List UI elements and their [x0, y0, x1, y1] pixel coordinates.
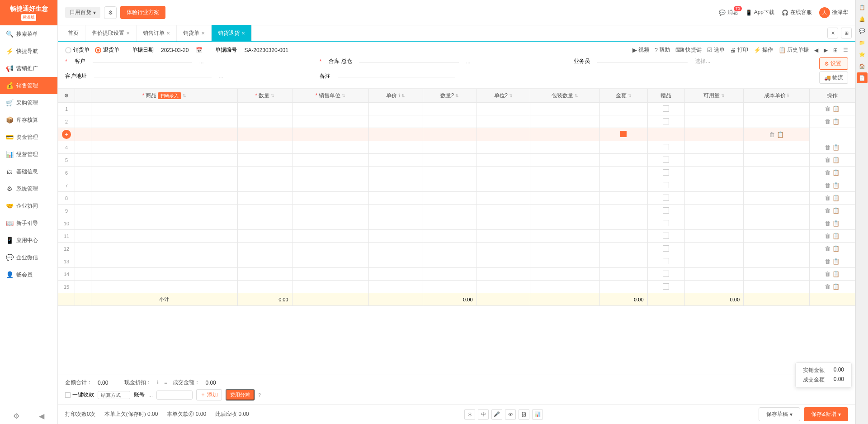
- cell-cost[interactable]: [744, 103, 810, 115]
- sort-icon[interactable]: ⇅: [183, 94, 186, 98]
- copy-icon[interactable]: 📋: [777, 131, 784, 138]
- toolbar-operate[interactable]: ⚡ 操作: [754, 46, 773, 54]
- settings-button[interactable]: ⚙ 设置: [819, 57, 848, 70]
- cell-price[interactable]: [369, 115, 423, 128]
- cell-unit[interactable]: [237, 128, 292, 141]
- sidebar-item-appstore[interactable]: 📱 应用中心: [0, 232, 57, 249]
- payment-amount-input[interactable]: [156, 391, 193, 400]
- copy-icon[interactable]: 📋: [832, 157, 840, 163]
- address-dots[interactable]: ...: [219, 73, 223, 80]
- gift-checkbox[interactable]: [663, 283, 669, 290]
- cell-available[interactable]: [685, 103, 744, 115]
- rs-item-7[interactable]: 📄: [857, 72, 868, 83]
- tab-price-settings[interactable]: 售价提取设置 ✕: [85, 25, 137, 41]
- copy-icon[interactable]: 📋: [832, 144, 840, 151]
- cell-pack-qty[interactable]: [530, 103, 600, 115]
- cell-product[interactable]: [91, 103, 238, 115]
- delete-icon[interactable]: 🗑: [825, 105, 830, 112]
- sidebar-item-enterprise[interactable]: 🤝 企业协同: [0, 197, 57, 214]
- cell-gift[interactable]: [647, 103, 685, 115]
- rs-item-5[interactable]: ⭐: [857, 49, 868, 60]
- toolbar-select[interactable]: ☑ 选单: [707, 46, 725, 54]
- online-service-item[interactable]: 🎧 在线客服: [782, 9, 812, 16]
- rs-item-6[interactable]: 🏠: [857, 61, 868, 71]
- delete-icon[interactable]: 🗑: [825, 207, 830, 214]
- tab-close-icon[interactable]: ✕: [201, 31, 205, 36]
- copy-icon[interactable]: 📋: [832, 283, 840, 290]
- fee-split-button[interactable]: 费用分摊: [226, 389, 255, 400]
- sidebar-item-guide[interactable]: 📖 新手引导: [0, 214, 57, 232]
- warehouse-input[interactable]: [359, 60, 459, 62]
- cell-cost[interactable]: [685, 128, 744, 141]
- sidebar-item-system[interactable]: ⚙ 系统管理: [0, 180, 57, 197]
- calendar-icon[interactable]: 📅: [196, 47, 203, 53]
- copy-icon[interactable]: 📋: [832, 195, 840, 201]
- cell-pack-qty[interactable]: [530, 115, 600, 128]
- radio-sales-invoice[interactable]: 销货单: [65, 46, 90, 54]
- toolbar-next[interactable]: ▶: [824, 47, 828, 53]
- cell-qty2[interactable]: [423, 103, 476, 115]
- copy-icon[interactable]: 📋: [832, 233, 840, 239]
- toolbar-shortcut[interactable]: ⌨ 快捷键: [675, 46, 702, 54]
- toolbar-grid-view[interactable]: ⊞: [833, 47, 838, 53]
- delete-icon[interactable]: 🗑: [825, 169, 830, 176]
- sort-icon[interactable]: ⇅: [628, 94, 632, 98]
- sidebar-item-inventory[interactable]: 📦 库存核算: [0, 111, 57, 129]
- sidebar-item-purchase[interactable]: 🛒 采购管理: [0, 94, 57, 111]
- cell-available[interactable]: [647, 128, 685, 141]
- gift-checkbox[interactable]: [663, 195, 669, 201]
- cell-qty[interactable]: [237, 103, 292, 115]
- salesperson-dots[interactable]: 选择...: [695, 57, 710, 65]
- rs-item-3[interactable]: 💬: [857, 25, 868, 36]
- gift-checkbox[interactable]: [663, 118, 669, 124]
- calc-method-select[interactable]: 结算方式: [98, 391, 130, 399]
- delete-icon[interactable]: 🗑: [825, 245, 830, 252]
- collapse-icon[interactable]: ◀: [39, 412, 44, 420]
- cell-unit2[interactable]: [423, 128, 476, 141]
- toolbar-history[interactable]: 📋 历史单据: [778, 46, 809, 54]
- copy-icon[interactable]: 📋: [832, 169, 840, 176]
- sort-icon[interactable]: ⇅: [401, 94, 405, 98]
- warehouse-dots[interactable]: ...: [466, 58, 471, 65]
- sidebar-item-operations[interactable]: 📊 经营管理: [0, 146, 57, 163]
- toolbar-help[interactable]: ? 帮助: [655, 46, 670, 54]
- rs-item-1[interactable]: 📋: [857, 2, 868, 13]
- copy-icon[interactable]: 📋: [832, 220, 840, 227]
- footer-icon-mic[interactable]: 🎤: [491, 409, 502, 420]
- remark-input[interactable]: [338, 75, 455, 77]
- tab-close-icon[interactable]: ✕: [241, 31, 245, 36]
- settings-icon-btn[interactable]: ⚙: [104, 6, 117, 19]
- tab-close-all-btn[interactable]: ✕: [827, 28, 838, 38]
- save-draft-button[interactable]: 保存草稿 ▾: [759, 407, 800, 421]
- cell-gift[interactable]: [600, 128, 647, 141]
- tab-close-icon[interactable]: ✕: [126, 31, 130, 36]
- tab-close-icon[interactable]: ✕: [166, 31, 170, 36]
- copy-icon[interactable]: 📋: [832, 271, 840, 277]
- cell-cost[interactable]: [744, 115, 810, 128]
- delete-icon[interactable]: 🗑: [825, 258, 830, 265]
- tab-sales-return[interactable]: 销货退货 ✕: [212, 25, 252, 41]
- trial-button[interactable]: 体验行业方案: [120, 6, 165, 19]
- delete-icon[interactable]: 🗑: [825, 144, 830, 151]
- cell-amount[interactable]: [530, 128, 600, 141]
- footer-icon-eye[interactable]: 👁: [505, 409, 516, 420]
- sort-icon[interactable]: ⇅: [509, 94, 513, 98]
- copy-icon[interactable]: 📋: [832, 207, 840, 214]
- cell-product-input[interactable]: [75, 128, 91, 141]
- add-fee-button[interactable]: ＋ 添加: [196, 389, 222, 400]
- settings-bottom-icon[interactable]: ⚙: [13, 412, 19, 420]
- delete-icon[interactable]: 🗑: [825, 118, 830, 125]
- delete-icon[interactable]: 🗑: [825, 283, 830, 290]
- gift-checkbox[interactable]: [663, 169, 669, 176]
- delete-icon[interactable]: 🗑: [825, 157, 830, 163]
- gift-checkbox[interactable]: [663, 258, 669, 264]
- toolbar-print[interactable]: 🖨 打印: [730, 46, 748, 54]
- sidebar-item-finance[interactable]: 💳 资金管理: [0, 129, 57, 146]
- tab-fullscreen-btn[interactable]: ⊞: [841, 28, 852, 38]
- customer-input[interactable]: [93, 60, 192, 62]
- cell-pack-qty[interactable]: [476, 128, 530, 141]
- gift-checkbox[interactable]: [663, 220, 669, 226]
- user-item[interactable]: 人 徐泽华: [819, 7, 848, 18]
- save-new-button[interactable]: 保存&新增 ▾: [804, 407, 848, 421]
- rs-item-2[interactable]: 🔔: [857, 14, 868, 24]
